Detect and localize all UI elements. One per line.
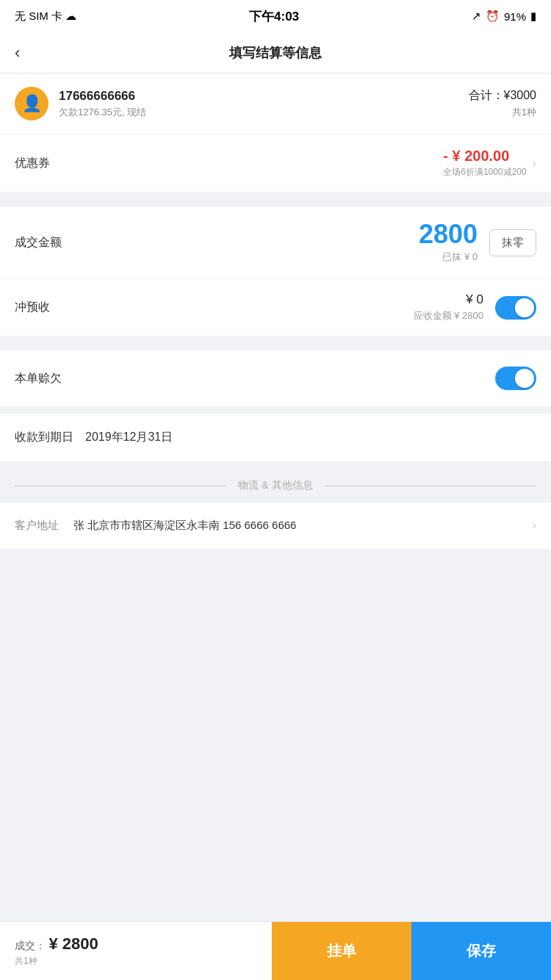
status-right: ↗ ⏰ 91% ▮: [472, 10, 536, 23]
address-label: 客户地址: [15, 519, 59, 533]
divider-line-right: [325, 486, 536, 486]
bottom-bar: 成交： ¥ 2800 共1种 挂单 保存: [0, 921, 551, 980]
precollect-toggle[interactable]: [495, 296, 536, 320]
item-count: 共1种: [469, 106, 537, 119]
content: 👤 17666666666 欠款1276.35元, 现结 合计：¥3000 共1…: [0, 73, 551, 754]
precollect-amount: ¥ 0: [414, 292, 483, 307]
back-button[interactable]: ‹: [15, 43, 20, 62]
total-amount: 合计：¥3000: [469, 88, 537, 104]
battery-level: 91%: [504, 10, 526, 23]
customer-row: 👤 17666666666 欠款1276.35元, 现结 合计：¥3000 共1…: [0, 73, 551, 134]
amount-card: 成交金额 2800 已抹 ¥ 0 抹零 冲预收 ¥ 0 应收金额 ¥ 2800: [0, 206, 551, 336]
amount-row: 成交金额 2800 已抹 ¥ 0 抹零: [0, 206, 551, 278]
location-icon: ↗: [472, 10, 481, 23]
amount-right: 2800 已抹 ¥ 0 抹零: [419, 221, 536, 264]
coupon-info: - ¥ 200.00 全场6折满1000减200: [443, 148, 526, 179]
amount-value: 2800: [419, 221, 478, 248]
customer-card: 👤 17666666666 欠款1276.35元, 现结 合计：¥3000 共1…: [0, 73, 551, 192]
amount-sub: 已抹 ¥ 0: [419, 251, 478, 264]
precollect-label: 冲预收: [15, 300, 50, 315]
bottom-summary: 成交： ¥ 2800 共1种: [0, 934, 272, 968]
avatar: 👤: [15, 87, 48, 120]
deal-amount: ¥ 2800: [48, 934, 98, 953]
amount-label: 成交金额: [15, 235, 62, 251]
battery-icon: ▮: [530, 10, 536, 23]
logistics-divider: 物流 & 其他信息: [0, 469, 551, 502]
coupon-label: 优惠券: [15, 156, 50, 171]
precollect-row: 冲预收 ¥ 0 应收金额 ¥ 2800: [0, 278, 551, 336]
chevron-right-icon: ›: [533, 156, 536, 170]
customer-right: 合计：¥3000 共1种: [469, 88, 537, 119]
customer-phone: 17666666666: [59, 89, 146, 104]
extra-space: [0, 556, 551, 688]
customer-debt: 欠款1276.35元, 现结: [59, 106, 146, 119]
deal-count: 共1种: [15, 955, 257, 968]
address-value: 张 北京市市辖区海淀区永丰南 156 6666 6666: [73, 517, 533, 534]
sim-status: 无 SIM 卡 ☁: [15, 10, 76, 24]
amount-value-wrap: 2800 已抹 ¥ 0: [419, 221, 478, 264]
hold-button[interactable]: 挂单: [272, 922, 411, 981]
status-bar: 无 SIM 卡 ☁ 下午4:03 ↗ ⏰ 91% ▮: [0, 0, 551, 32]
debt-label: 本单赊欠: [15, 371, 62, 386]
total-value: ¥3000: [504, 89, 537, 101]
duedate-value: 2019年12月31日: [85, 430, 173, 445]
nav-bar: ‹ 填写结算等信息: [0, 32, 551, 73]
precollect-sub: 应收金额 ¥ 2800: [414, 309, 483, 323]
logistics-label: 物流 & 其他信息: [238, 479, 312, 492]
debt-toggle[interactable]: [495, 367, 536, 390]
address-chevron-icon: ›: [533, 519, 536, 532]
duedate-row: 收款到期日 2019年12月31日: [0, 414, 551, 461]
customer-left: 👤 17666666666 欠款1276.35元, 现结: [15, 87, 146, 120]
total-label: 合计：: [469, 89, 504, 101]
section-divider-2: [0, 343, 551, 350]
status-left: 无 SIM 卡 ☁: [15, 10, 76, 24]
save-button[interactable]: 保存: [411, 922, 551, 981]
divider-line-left: [15, 486, 226, 486]
deal-row: 成交： ¥ 2800: [15, 934, 257, 954]
duedate-label: 收款到期日: [15, 430, 73, 445]
round-button[interactable]: 抹零: [489, 229, 536, 256]
deal-label: 成交：: [15, 940, 46, 951]
status-time: 下午4:03: [249, 8, 299, 25]
page-title: 填写结算等信息: [229, 44, 322, 62]
section-divider-1: [0, 199, 551, 206]
customer-info: 17666666666 欠款1276.35元, 现结: [59, 89, 146, 119]
precollect-value-wrap: ¥ 0 应收金额 ¥ 2800: [414, 292, 483, 323]
coupon-right: - ¥ 200.00 全场6折满1000减200 ›: [443, 148, 536, 179]
alarm-icon: ⏰: [486, 10, 500, 23]
precollect-right: ¥ 0 应收金额 ¥ 2800: [414, 292, 536, 323]
debt-row: 本单赊欠: [0, 350, 551, 406]
address-row[interactable]: 客户地址 张 北京市市辖区海淀区永丰南 156 6666 6666 ›: [0, 502, 551, 549]
coupon-amount: - ¥ 200.00: [443, 148, 526, 165]
coupon-row[interactable]: 优惠券 - ¥ 200.00 全场6折满1000减200 ›: [0, 134, 551, 192]
coupon-desc: 全场6折满1000减200: [443, 166, 526, 179]
